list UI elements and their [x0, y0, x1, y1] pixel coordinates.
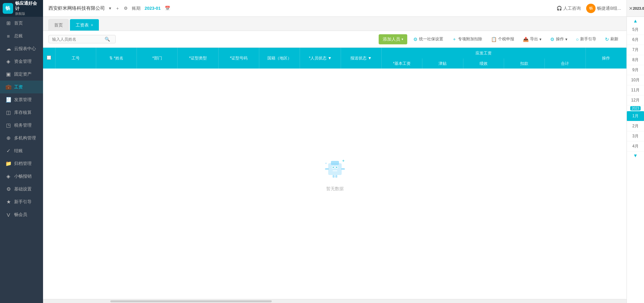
- sidebar-item-tax[interactable]: ◳ 税务管理: [0, 119, 43, 132]
- sidebar-item-label: 云报表中心: [14, 46, 36, 52]
- social-settings-action[interactable]: ⚙ 统一社保设置: [411, 35, 446, 43]
- add-person-button[interactable]: 添加人员 ▾: [379, 34, 407, 44]
- month-item-dec-2022[interactable]: 12月: [627, 95, 644, 105]
- month-item-may-2022[interactable]: 5月: [627, 25, 644, 35]
- salary-icon: 💼: [5, 84, 11, 90]
- month-item-nov-2022[interactable]: 11月: [627, 85, 644, 95]
- export-label: 导出: [530, 36, 538, 42]
- export-action[interactable]: 📤 导出 ▾: [520, 35, 544, 43]
- sidebar-item-fixed-assets[interactable]: ▣ 固定资产: [0, 68, 43, 81]
- month-item-jun-2022[interactable]: 6月: [627, 35, 644, 45]
- support-button[interactable]: 🎧 人工咨询: [557, 5, 581, 11]
- logo: 畅 畅应通好会计 旗舰版: [0, 0, 43, 17]
- sidebar-item-label: 多机构管理: [14, 135, 36, 141]
- svg-text:✦: ✦: [342, 159, 345, 163]
- th-id-no: *证型号码: [218, 48, 259, 69]
- scroll-bar[interactable]: [110, 300, 272, 302]
- sidebar-item-label: 发票管理: [14, 97, 32, 103]
- tab-close-icon[interactable]: ×: [91, 23, 93, 28]
- sidebar-item-home[interactable]: ⊞ 首页: [0, 17, 43, 30]
- th-operations: 操作: [585, 48, 626, 69]
- logo-subtitle: 旗舰版: [15, 11, 40, 16]
- refresh-icon: ↻: [605, 37, 609, 42]
- empty-state: ✦ ✦ 暂无数据: [321, 155, 348, 192]
- sidebar-item-multi-org[interactable]: ⊕ 多机构管理: [0, 132, 43, 144]
- special-deduction-action[interactable]: ＋ 专项附加扣除: [449, 35, 485, 44]
- th-base-salary: *基本工资: [382, 58, 422, 69]
- sidebar-item-cloud-report[interactable]: ☁ 云报表中心: [0, 42, 43, 55]
- sidebar-item-label: 新手引导: [14, 199, 32, 205]
- export-arrow-icon: ▾: [539, 37, 541, 42]
- tab-salary-label: 工资表: [76, 22, 89, 28]
- sidebar-item-close-accounts[interactable]: ✓ 结账: [0, 144, 43, 157]
- sidebar-item-settings[interactable]: ⚙ 基础设置: [0, 183, 43, 196]
- export-icon: 📤: [523, 37, 529, 42]
- sidebar-item-inventory[interactable]: ◫ 库存核算: [0, 106, 43, 119]
- sidebar-item-invoice[interactable]: 🧾 发票管理: [0, 93, 43, 106]
- tab-home-label: 首页: [54, 22, 63, 28]
- tab-salary-table[interactable]: 工资表 ×: [70, 19, 99, 31]
- month-item-apr-2023[interactable]: 4月: [627, 141, 644, 152]
- sidebar-item-label: 固定资产: [14, 71, 32, 77]
- tab-home[interactable]: 首页: [48, 19, 69, 31]
- scroll-up-button[interactable]: ▲: [627, 17, 644, 25]
- ledger-icon: ≡: [5, 33, 11, 39]
- th-employee-no: 工号: [55, 48, 96, 69]
- month-item-aug-2022[interactable]: 8月: [627, 55, 644, 65]
- month-item-jan-2023[interactable]: 1月: [627, 111, 644, 121]
- sidebar-item-label: 首页: [14, 20, 23, 26]
- sidebar-item-salary[interactable]: 💼 工资: [0, 81, 43, 93]
- toolbar-right: 添加人员 ▾ ⚙ 统一社保设置 ＋ 专项附加扣除 📋 个税申报 📤 导出: [379, 34, 621, 44]
- sidebar-item-label: 归档管理: [14, 161, 32, 167]
- sidebar-item-label: 库存核算: [14, 110, 32, 116]
- th-salary-group: 应发工资: [382, 48, 586, 58]
- archive-icon: 📁: [5, 161, 11, 167]
- sidebar-item-label: 资金管理: [14, 58, 32, 64]
- operations-action[interactable]: ⚙ 操作 ▾: [547, 35, 570, 43]
- th-name: ⇅ *姓名: [96, 48, 137, 69]
- personal-tax-action[interactable]: 📋 个税申报: [488, 35, 517, 43]
- support-label: 人工咨询: [563, 5, 581, 11]
- sidebar-item-archive[interactable]: 📁 归档管理: [0, 157, 43, 170]
- month-item-jul-2022[interactable]: 7月: [627, 45, 644, 55]
- table-container: 工号 ⇅ *姓名 *部门 *证型类型 *证型号码 国籍（地区） *人员状态 ▼ …: [43, 48, 627, 299]
- settings-button[interactable]: ⚙: [124, 6, 128, 11]
- month-item-mar-2023[interactable]: 3月: [627, 131, 644, 141]
- scroll-down-button[interactable]: ▼: [627, 152, 644, 160]
- th-allowance: 津贴: [422, 58, 463, 69]
- select-all-checkbox[interactable]: [47, 55, 51, 60]
- topbar: 西安虾米网络科技有限公司 ▾ ＋ ⚙ 账期 2023-01 📅 🎧 人工咨询 畅…: [43, 0, 627, 17]
- sidebar-item-fund[interactable]: ◈ 资金管理: [0, 55, 43, 68]
- inventory-icon: ◫: [5, 110, 11, 116]
- add-company-button[interactable]: ＋: [115, 5, 120, 11]
- right-panel-header: ✕ 2023.01 ⤢: [627, 0, 644, 17]
- settings-icon: ⚙: [5, 186, 11, 192]
- refresh-action[interactable]: ↻ 刷新: [602, 35, 621, 43]
- sidebar-item-member[interactable]: V 畅会员: [0, 208, 43, 221]
- content-area: 🔍 添加人员 ▾ ⚙ 统一社保设置 ＋ 专项附加扣除 📋 个税申报: [43, 31, 627, 303]
- company-dropdown-button[interactable]: ▾: [109, 6, 111, 11]
- th-total: 合计: [545, 58, 585, 69]
- search-input[interactable]: [52, 37, 103, 42]
- search-box[interactable]: 🔍: [48, 35, 116, 43]
- newbie-guide-action[interactable]: ○ 新手引导: [573, 35, 599, 43]
- sidebar-item-expense[interactable]: ◈ 小畅报销: [0, 170, 43, 183]
- invoice-icon: 🧾: [5, 97, 11, 103]
- scroll-indicator: [43, 299, 627, 303]
- sidebar-item-guide[interactable]: ★ 新手引导: [0, 196, 43, 208]
- calendar-icon[interactable]: 📅: [165, 6, 170, 11]
- sidebar-item-ledger[interactable]: ≡ 总账: [0, 30, 43, 42]
- year-2023-badge: 2023: [630, 106, 640, 111]
- svg-text:✦: ✦: [325, 162, 327, 165]
- th-deduction: 扣款: [504, 58, 544, 69]
- operations-label: 操作: [556, 36, 564, 42]
- month-item-sep-2022[interactable]: 9月: [627, 65, 644, 75]
- month-item-feb-2023[interactable]: 2月: [627, 121, 644, 131]
- period-label: 账期: [132, 5, 141, 11]
- user-menu[interactable]: 畅 畅捷通B组...: [586, 4, 621, 13]
- tabbar: 首页 工资表 ×: [43, 17, 627, 31]
- month-item-oct-2022[interactable]: 10月: [627, 75, 644, 85]
- close-panel-button[interactable]: ✕: [629, 6, 633, 11]
- th-checkbox[interactable]: [43, 48, 55, 69]
- year-2023-badge-row: 2023: [627, 105, 644, 111]
